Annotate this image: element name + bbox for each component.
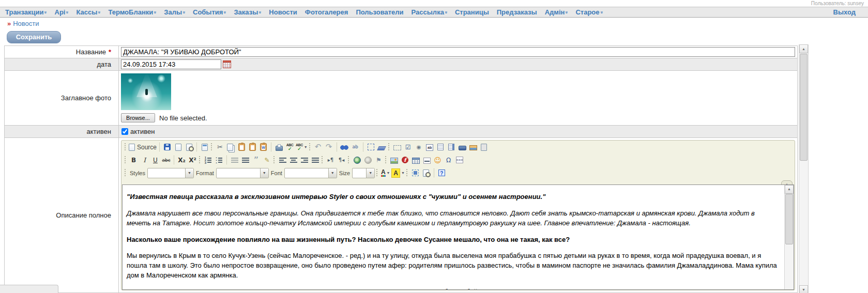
indent-icon[interactable] [240,155,250,165]
hidden-field-icon[interactable] [479,142,489,152]
print-icon[interactable] [274,142,284,152]
special-char-icon[interactable]: Ω [444,155,453,165]
bg-color-button[interactable]: A▼ [391,168,405,178]
create-div-icon[interactable]: ✎ [262,155,272,165]
size-dropdown[interactable]: Size▼ [338,168,375,178]
menu-item-15[interactable]: Старое» [575,8,602,16]
checkbox-icon[interactable]: ☑ [403,142,413,152]
menu-item-13[interactable]: Предзаказы [497,8,537,16]
menu-item-6[interactable]: События» [193,8,226,16]
bidi-rtl-icon[interactable]: ¶◂ [337,155,346,165]
select-all-icon[interactable] [366,142,376,152]
bulleted-list-icon[interactable]: ••• [214,155,224,165]
show-blocks-icon[interactable] [421,168,431,178]
justify-block-icon[interactable] [310,155,320,165]
replace-icon[interactable]: ab [351,142,360,152]
chevron-down-icon[interactable]: ▼ [185,168,193,178]
menu-item-11[interactable]: Рассылка» [412,8,447,16]
scroll-up-icon[interactable]: ▲ [799,44,808,53]
scroll-up-icon[interactable]: ▲ [785,185,794,194]
browse-button[interactable]: Browse... [121,113,155,122]
paste-icon[interactable] [237,142,247,152]
chevron-down-icon[interactable]: ▼ [366,168,374,178]
date-input[interactable] [121,59,221,69]
numbered-list-icon[interactable]: 123 [203,155,213,165]
copy-icon[interactable] [226,142,236,152]
outdent-icon[interactable] [230,155,239,165]
page-scrollbar[interactable]: ▲ ▼ [799,44,809,293]
blockquote-icon[interactable]: ” [251,155,261,165]
unlink-icon[interactable] [363,155,373,165]
subscript-button[interactable]: X₂ [177,155,187,165]
maximize-icon[interactable] [410,168,420,178]
link-icon[interactable] [352,155,362,165]
image-button-icon[interactable] [468,142,478,152]
scroll-down-icon[interactable]: ▼ [799,285,808,293]
menu-item-5[interactable]: Залы» [164,8,185,16]
spellcheck-icon[interactable]: ABC✓ [285,142,295,152]
new-page-icon[interactable] [173,142,183,152]
preview-icon[interactable] [184,142,194,152]
format-dropdown[interactable]: Format▼ [195,168,269,178]
text-color-button[interactable]: A▼ [380,168,390,178]
justify-left-icon[interactable] [278,155,287,165]
bold-button[interactable]: B [129,155,139,165]
menu-item-4[interactable]: ТермоБланки» [108,8,156,16]
menu-item-12[interactable]: Страницы [455,8,489,16]
scayt-icon[interactable]: ABC✓▼ [296,142,308,152]
save-icon[interactable] [162,142,172,152]
menu-item-1[interactable]: Транзакции» [5,8,47,16]
save-button[interactable]: Сохранить [7,31,61,43]
about-icon[interactable]: ? [437,168,447,178]
menu-item-8[interactable]: Новости [269,8,297,16]
table-icon[interactable] [411,155,421,165]
strike-button[interactable]: abc [161,155,171,165]
paste-from-word-icon[interactable] [258,142,268,152]
flash-icon[interactable]: f [400,155,410,165]
page-scrollbar-thumb[interactable] [800,54,808,161]
paste-text-icon[interactable] [248,142,257,152]
anchor-icon[interactable]: ⚑ [374,155,384,165]
menu-item-10[interactable]: Пользователи [356,8,403,16]
font-dropdown[interactable]: Font▼ [270,168,337,178]
text-field-icon[interactable]: ab [425,142,435,152]
form-icon[interactable] [392,142,402,152]
justify-right-icon[interactable] [299,155,309,165]
radio-icon[interactable]: ◉ [414,142,424,152]
editor-scrollbar-thumb[interactable] [785,194,793,244]
remove-format-icon[interactable] [377,142,387,152]
cut-icon[interactable]: ✂ [215,142,225,152]
justify-center-icon[interactable] [288,155,298,165]
editor-scrollbar[interactable]: ▲ [784,185,794,289]
editor-content-area[interactable]: "Известная певица рассказала в эксклюзив… [122,184,794,290]
page-break-icon[interactable] [454,155,464,165]
menu-item-3[interactable]: Кассы» [76,8,100,16]
smiley-icon[interactable]: ☺ [433,155,443,165]
textarea-icon[interactable] [436,142,446,152]
styles-dropdown[interactable]: Styles▼ [129,168,194,178]
select-field-icon[interactable] [447,142,456,152]
source-button[interactable]: Source [129,142,157,152]
chevron-down-icon[interactable]: ▼ [328,168,337,178]
horizontal-rule-icon[interactable] [422,155,432,165]
underline-button[interactable]: U [150,155,160,165]
menu-item-2[interactable]: Api» [55,8,69,16]
title-input[interactable] [121,47,795,57]
button-icon[interactable] [458,142,467,152]
superscript-button[interactable]: X² [188,155,197,165]
logout-link[interactable]: Выход [833,8,856,16]
menu-item-14[interactable]: Адмін» [545,8,568,16]
undo-icon[interactable]: ↶ [313,142,323,152]
find-icon[interactable] [340,142,349,152]
calendar-icon[interactable] [223,60,231,68]
chevron-down-icon[interactable]: ▼ [260,168,268,178]
menu-item-9[interactable]: Фотогалерея [305,8,348,16]
image-icon[interactable] [389,155,399,165]
breadcrumb-link[interactable]: Новости [13,20,39,27]
italic-button[interactable]: I [140,155,149,165]
active-checkbox[interactable] [121,128,128,135]
bidi-ltr-icon[interactable]: ▸¶ [326,155,336,165]
templates-icon[interactable] [200,142,209,152]
redo-icon[interactable]: ↷ [324,142,334,152]
menu-item-7[interactable]: Заказы» [234,8,261,16]
